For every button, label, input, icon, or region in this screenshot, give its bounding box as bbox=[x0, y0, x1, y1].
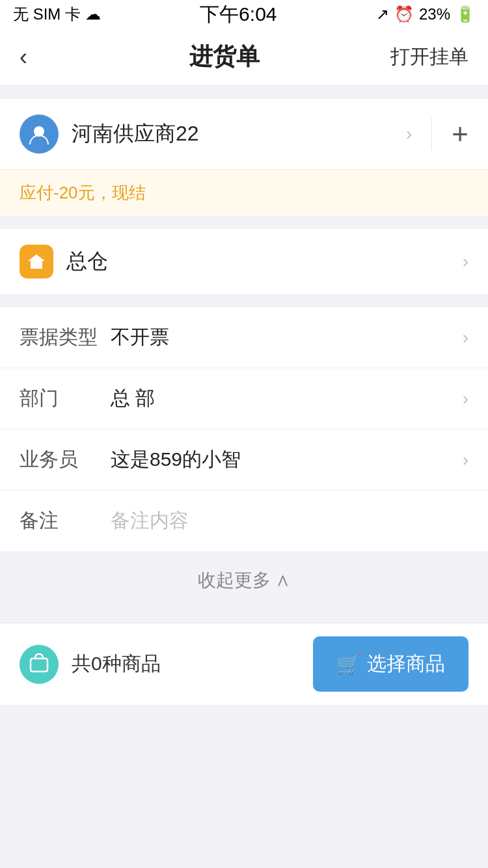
department-label: 部门 bbox=[20, 385, 111, 412]
status-bar: 无 SIM 卡 ☁ 下午6:04 ↗ ⏰ 23% 🔋 bbox=[0, 0, 488, 29]
svg-rect-1 bbox=[31, 658, 47, 671]
product-count: 共0种商品 bbox=[72, 651, 313, 677]
status-right: ↗ ⏰ 23% 🔋 bbox=[376, 5, 475, 23]
supplier-arrow-icon: › bbox=[406, 124, 412, 144]
warehouse-section: 总仓 › bbox=[0, 229, 488, 294]
warehouse-icon bbox=[20, 245, 53, 278]
salesperson-arrow-icon: › bbox=[463, 450, 468, 470]
supplier-row[interactable]: 河南供应商22 › + bbox=[0, 99, 488, 169]
battery-level: 23% bbox=[419, 5, 450, 23]
ticket-type-row[interactable]: 票据类型 不开票 › bbox=[0, 307, 488, 368]
notice-banner: 应付-20元，现结 bbox=[0, 169, 488, 216]
remark-value[interactable]: 备注内容 bbox=[111, 508, 468, 534]
status-time: 下午6:04 bbox=[200, 1, 277, 28]
gap-1 bbox=[0, 86, 488, 99]
gap-3 bbox=[0, 294, 488, 307]
ticket-type-arrow-icon: › bbox=[463, 327, 468, 348]
gap-2 bbox=[0, 216, 488, 229]
form-section: 票据类型 不开票 › 部门 总 部 › 业务员 这是859的小智 › 备注 备注… bbox=[0, 307, 488, 551]
house-icon bbox=[27, 252, 46, 271]
back-button[interactable]: ‹ bbox=[20, 44, 59, 71]
person-icon bbox=[27, 122, 51, 146]
divider bbox=[431, 118, 432, 150]
open-pending-button[interactable]: 打开挂单 bbox=[390, 44, 468, 70]
department-value: 总 部 bbox=[111, 385, 456, 412]
ticket-type-label: 票据类型 bbox=[20, 324, 111, 351]
salesperson-label: 业务员 bbox=[20, 446, 111, 473]
cart-icon bbox=[28, 653, 50, 675]
supplier-avatar bbox=[20, 115, 59, 154]
salesperson-row[interactable]: 业务员 这是859的小智 › bbox=[0, 429, 488, 490]
select-label: 选择商品 bbox=[367, 651, 445, 677]
supplier-section: 河南供应商22 › + 应付-20元，现结 bbox=[0, 99, 488, 216]
product-icon bbox=[20, 645, 59, 684]
location-icon: ↗ bbox=[376, 5, 389, 23]
nav-bar: ‹ 进货单 打开挂单 bbox=[0, 29, 488, 86]
collapse-button[interactable]: 收起更多 ∧ bbox=[0, 551, 488, 610]
page-title: 进货单 bbox=[189, 41, 260, 73]
ticket-type-value: 不开票 bbox=[111, 324, 456, 351]
remark-row[interactable]: 备注 备注内容 bbox=[0, 490, 488, 551]
select-product-button[interactable]: 🛒 选择商品 bbox=[313, 636, 468, 692]
supplier-name: 河南供应商22 bbox=[72, 120, 406, 148]
cart-add-icon: 🛒 bbox=[336, 653, 360, 675]
department-row[interactable]: 部门 总 部 › bbox=[0, 368, 488, 429]
page-background bbox=[0, 705, 488, 868]
salesperson-value: 这是859的小智 bbox=[111, 446, 456, 473]
gap-4 bbox=[0, 610, 488, 623]
sim-status: 无 SIM 卡 ☁ bbox=[13, 4, 101, 25]
add-supplier-button[interactable]: + bbox=[452, 120, 468, 148]
battery-icon: 🔋 bbox=[455, 5, 475, 23]
department-arrow-icon: › bbox=[463, 388, 468, 409]
status-left: 无 SIM 卡 ☁ bbox=[13, 4, 101, 25]
warehouse-row[interactable]: 总仓 › bbox=[0, 229, 488, 294]
bottom-bar: 共0种商品 🛒 选择商品 bbox=[0, 623, 488, 705]
alarm-icon: ⏰ bbox=[394, 5, 414, 23]
warehouse-name: 总仓 bbox=[66, 247, 463, 276]
warehouse-arrow-icon: › bbox=[463, 251, 468, 272]
remark-label: 备注 bbox=[20, 508, 111, 534]
notice-text: 应付-20元，现结 bbox=[20, 183, 146, 202]
